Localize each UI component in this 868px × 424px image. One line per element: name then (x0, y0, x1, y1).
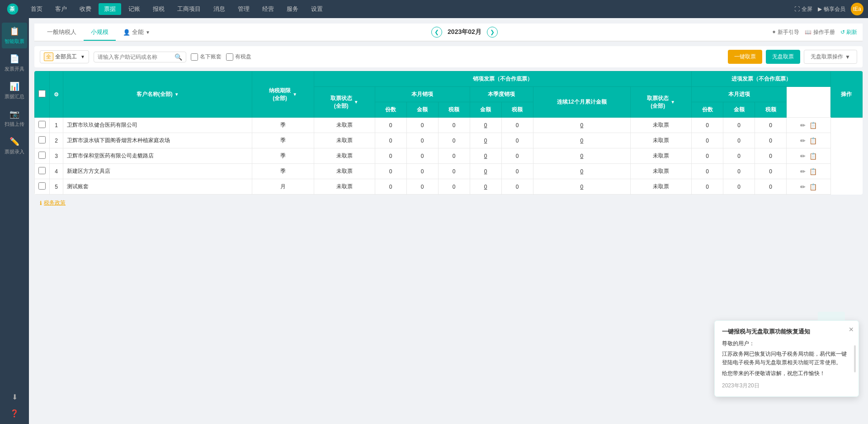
nav-customer[interactable]: 客户 (50, 3, 72, 15)
tab-small-scale[interactable]: 小规模 (84, 24, 116, 41)
has-taxdisk-checkbox[interactable] (226, 53, 233, 61)
th-sales-status: 取票状态(全部) ▼ (314, 87, 375, 118)
detail-icon[interactable]: 📋 (809, 122, 817, 129)
th-customer-name: 客户名称(全部) ▼ (63, 71, 252, 118)
sidebar-item-scan[interactable]: 📷 扫描上传 (2, 105, 27, 131)
th-sales-month-count: 份数 (375, 102, 406, 118)
edit-icon[interactable]: ✏ (800, 122, 806, 129)
has-taxdisk-filter[interactable]: 有税盘 (226, 53, 251, 61)
my-accounts-checkbox[interactable] (191, 53, 198, 61)
year-amount-link[interactable]: 0 (580, 184, 584, 190)
tab-general-taxpayer[interactable]: 一般纳税人 (40, 24, 84, 41)
gear-icon[interactable]: ⚙ (54, 91, 59, 98)
user-avatar[interactable]: tEa (851, 3, 863, 15)
th-quarter-sales: 本季度销项 (470, 87, 533, 102)
purchase-status-filter-icon[interactable]: ▼ (670, 100, 675, 105)
nav-settings[interactable]: 设置 (306, 3, 328, 15)
row-actions: ✏ 📋 (787, 118, 831, 133)
nav-management[interactable]: 管理 (232, 3, 255, 15)
select-all-checkbox[interactable] (38, 90, 46, 97)
row-period: 季 (252, 148, 314, 164)
row-index: 1 (50, 118, 63, 133)
sales-qtr-link[interactable]: 0 (484, 153, 487, 159)
th-month-purchase: 本月进项 (692, 87, 787, 102)
customer-filter-icon[interactable]: ▼ (175, 92, 179, 97)
toolbar-right: 一键取票 无盘取票 无盘取票操作 ▼ (728, 50, 857, 64)
th-purchase-month-count: 份数 (692, 102, 723, 118)
edit-icon[interactable]: ✏ (800, 168, 806, 175)
year-amount-link[interactable]: 0 (580, 168, 584, 175)
nav-billing[interactable]: 收费 (74, 3, 97, 15)
nav-service[interactable]: 服务 (281, 3, 304, 15)
nav-tax[interactable]: 报税 (147, 3, 170, 15)
row-sales-month-amount: 0 (406, 164, 438, 179)
year-month-label: 2023年02月 (448, 28, 481, 36)
tax-policy-link[interactable]: 税务政策 (44, 199, 66, 207)
row-sales-month-tax: 0 (438, 148, 470, 164)
download-icon[interactable]: ⬇ (8, 391, 21, 403)
table-row: 5 测试账套 月 未取票 0 0 0 0 0 0 未取票 0 0 0 ✏ 📋 (35, 179, 863, 195)
row-customer-name: 新建区方方文具店 (63, 164, 252, 179)
tab-all-dropdown-icon[interactable]: ▼ (146, 30, 150, 35)
row-select-checkbox[interactable] (38, 136, 46, 143)
sidebar-item-smart-ticket[interactable]: 📋 智能取票 (2, 23, 27, 48)
sales-qtr-link[interactable]: 0 (484, 138, 487, 144)
search-input[interactable] (98, 54, 175, 60)
search-icon[interactable]: 🔍 (175, 53, 182, 61)
diskless-operations-btn[interactable]: 无盘取票操作 ▼ (804, 50, 857, 64)
sidebar-label-entry: 票据录入 (5, 148, 24, 155)
beginner-guide-btn[interactable]: ✦ 新手引导 (772, 29, 799, 36)
year-amount-link[interactable]: 0 (580, 153, 584, 159)
page-footer: ℹ 税务政策 (34, 195, 863, 211)
row-sales-month-amount: 0 (406, 118, 438, 133)
sidebar-item-invoice[interactable]: 📄 发票开具 (2, 50, 27, 76)
my-accounts-filter[interactable]: 名下账套 (191, 53, 222, 61)
detail-icon[interactable]: 📋 (809, 183, 817, 191)
prev-month-btn[interactable]: ❮ (431, 27, 442, 38)
employee-filter-label: 全部员工 (55, 53, 77, 61)
nav-ticket[interactable]: 票据 (99, 3, 121, 15)
next-month-btn[interactable]: ❯ (487, 27, 498, 38)
nav-home[interactable]: 首页 (25, 3, 48, 15)
nav-bookkeeping[interactable]: 记账 (123, 3, 146, 15)
vip-btn[interactable]: ▶ 畅享会员 (818, 5, 845, 13)
sales-qtr-link[interactable]: 0 (484, 168, 487, 175)
diskless-ticket-btn[interactable]: 无盘取票 (766, 50, 800, 64)
row-sales-month-count: 0 (375, 118, 406, 133)
row-purchase-month-tax: 0 (755, 148, 787, 164)
sidebar-item-summary[interactable]: 📊 票据汇总 (2, 78, 27, 104)
edit-icon[interactable]: ✏ (800, 137, 806, 144)
period-filter-icon[interactable]: ▼ (292, 92, 297, 97)
refresh-btn[interactable]: ↺ 刷新 (840, 29, 857, 36)
year-amount-link[interactable]: 0 (580, 138, 584, 144)
edit-icon[interactable]: ✏ (800, 183, 806, 191)
manual-btn[interactable]: 📖 操作手册 (805, 29, 835, 36)
row-sales-month-amount: 0 (406, 133, 438, 148)
detail-icon[interactable]: 📋 (809, 137, 817, 144)
nav-business[interactable]: 工商项目 (172, 3, 206, 15)
one-click-ticket-btn[interactable]: 一键取票 (728, 50, 762, 64)
nav-message[interactable]: 消息 (208, 3, 231, 15)
th-purchase-group: 进项发票（不合作底票） (692, 71, 831, 87)
employee-filter[interactable]: 全 全部员工 ▼ (40, 50, 89, 63)
sales-qtr-link[interactable]: 0 (484, 122, 487, 129)
fullscreen-btn[interactable]: ⛶ 全屏 (794, 5, 812, 13)
row-index: 5 (50, 179, 63, 195)
row-select-checkbox[interactable] (38, 182, 46, 190)
detail-icon[interactable]: 📋 (809, 152, 817, 160)
table-row: 3 卫辉市保和堂医药有限公司走貔路店 季 未取票 0 0 0 0 0 0 未取票… (35, 148, 863, 164)
row-select-checkbox[interactable] (38, 121, 46, 128)
sales-qtr-link[interactable]: 0 (484, 184, 487, 190)
notification-close-btn[interactable]: ✕ (849, 324, 854, 334)
sales-status-filter-icon[interactable]: ▼ (354, 100, 359, 105)
nav-operation[interactable]: 经营 (257, 3, 279, 15)
row-select-checkbox[interactable] (38, 167, 46, 174)
edit-icon[interactable]: ✏ (800, 152, 806, 160)
row-purchase-month-tax: 0 (755, 179, 787, 195)
row-select-checkbox[interactable] (38, 152, 46, 159)
year-amount-link[interactable]: 0 (580, 122, 584, 129)
help-icon[interactable]: ❓ (8, 407, 21, 419)
sidebar-item-entry[interactable]: ✏️ 票据录入 (2, 133, 27, 159)
detail-icon[interactable]: 📋 (809, 168, 817, 175)
tab-all[interactable]: 👤 全能 ▼ (116, 24, 157, 41)
